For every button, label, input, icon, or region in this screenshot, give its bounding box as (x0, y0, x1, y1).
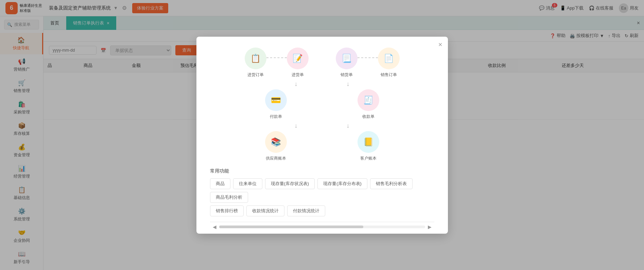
btn-payment-stats[interactable]: 付款情况统计 (287, 205, 325, 216)
btn-sales-ranking[interactable]: 销售排行榜 (210, 205, 244, 216)
flow-node-receipt: 🧾 收款单 (358, 89, 379, 120)
flow-node-purchase-order: 📋 进货订单 (245, 48, 266, 78)
down-arrow-3: ↓ (295, 122, 298, 129)
customer-ledger-label: 客户账本 (360, 156, 377, 161)
common-functions-section: 常用功能 商品 往来单位 现存量(库存状况表) 现存量(库存分布表) 销售毛利分… (210, 168, 434, 222)
arrow-v-3: ↓ (295, 121, 298, 131)
flow-node-sales-slip: 📃 销货单 (336, 48, 358, 78)
purchase-order-label: 进货订单 (247, 72, 264, 78)
common-buttons-row-2: 销售排行榜 收款情况统计 付款情况统计 (210, 205, 434, 216)
btn-product[interactable]: 商品 (210, 178, 230, 189)
payment-label: 付款单 (270, 114, 282, 120)
flow-node-supplier-ledger: 📚 供应商账本 (265, 131, 287, 161)
arrow-v-2: ↓ (347, 79, 350, 89)
receipt-label: 收款单 (362, 114, 375, 120)
sales-order-label: 销售订单 (381, 72, 397, 78)
purchase-order-icon: 📋 (245, 48, 266, 69)
supplier-ledger-label: 供应商账本 (266, 156, 286, 161)
arrow-v-1: ↓ (295, 79, 298, 89)
arrow-h-2 (358, 57, 378, 58)
modal-overlay[interactable]: × 📋 进货订单 📝 进货单 (0, 0, 644, 270)
modal-close-button[interactable]: × (438, 41, 442, 49)
arrow-v-4: ↓ (347, 121, 350, 131)
supplier-ledger-icon: 📚 (265, 131, 287, 153)
scroll-left-arrow[interactable]: ◀ (213, 224, 216, 230)
flow-node-purchase-slip: 📝 进货单 (287, 48, 309, 78)
arrow-h-1 (266, 57, 287, 58)
btn-contacts[interactable]: 往来单位 (233, 178, 262, 189)
purchase-slip-icon: 📝 (287, 48, 309, 69)
sales-order-icon: 📄 (378, 48, 400, 69)
flow-node-payment: 💳 付款单 (265, 89, 287, 120)
down-arrow-4: ↓ (347, 122, 350, 129)
btn-sales-gross-analysis[interactable]: 销售毛利分析表 (370, 178, 413, 189)
down-arrow-2: ↓ (347, 80, 350, 88)
btn-product-gross-analysis[interactable]: 商品毛利分析 (210, 192, 248, 203)
down-arrow-1: ↓ (295, 80, 298, 88)
payment-icon: 💳 (265, 89, 287, 111)
scroll-track (219, 226, 425, 228)
btn-stock-status[interactable]: 现存量(库存状况表) (265, 178, 315, 189)
common-functions-title: 常用功能 (210, 168, 434, 174)
receipt-icon: 🧾 (358, 89, 379, 111)
flow-node-sales-order: 📄 销售订单 (378, 48, 400, 78)
sales-slip-icon: 📃 (336, 48, 358, 69)
scroll-bar-area: ◀ ▶ (210, 222, 434, 232)
flow-node-customer-ledger: 📒 客户账本 (358, 131, 379, 161)
quick-nav-modal: × 📋 进货订单 📝 进货单 (196, 37, 448, 234)
sales-slip-label: 销货单 (341, 72, 353, 78)
scroll-right-arrow[interactable]: ▶ (428, 224, 432, 230)
btn-stock-distribution[interactable]: 现存量(库存分布表) (317, 178, 367, 189)
purchase-slip-label: 进货单 (292, 72, 304, 78)
scroll-thumb[interactable] (219, 226, 363, 228)
common-buttons-row-1: 商品 往来单位 现存量(库存状况表) 现存量(库存分布表) 销售毛利分析表 商品… (210, 178, 434, 203)
customer-ledger-icon: 📒 (358, 131, 379, 153)
modal-body: 📋 进货订单 📝 进货单 📃 销 (196, 37, 448, 234)
btn-receipt-stats[interactable]: 收款情况统计 (246, 205, 284, 216)
